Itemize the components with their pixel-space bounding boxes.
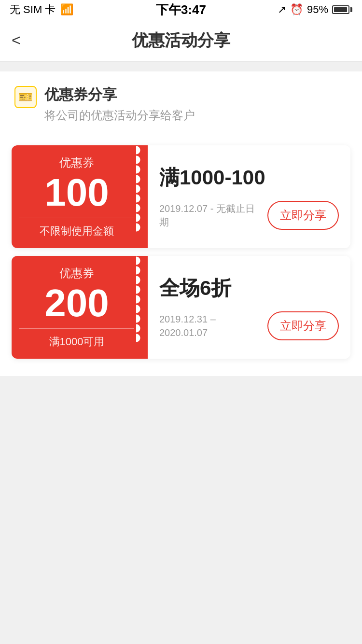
coupon-label-1: 优惠券 — [59, 155, 94, 170]
coupon-footer-2: 2019.12.31 – 2020.01.07 立即分享 — [159, 311, 339, 340]
status-left: 无 SIM 卡 📶 — [10, 2, 73, 17]
coupon-footer-1: 2019.12.07 - 无截止日期 立即分享 — [159, 201, 339, 230]
coupon-title-1: 满1000-100 — [159, 164, 339, 191]
coupon-divider-1 — [19, 218, 134, 218]
coupon-divider-2 — [19, 328, 134, 329]
battery-percent: 95% — [307, 3, 328, 16]
coupon-amount-2: 200 — [44, 284, 109, 322]
coupon-card-2: 优惠券 200 满1000可用 全场6折 2019.12.31 – 2020.0… — [12, 256, 350, 359]
coupon-left-1: 优惠券 100 不限制使用金额 — [12, 145, 142, 248]
alarm-icon: ⏰ — [290, 3, 303, 16]
wifi-icon: 📶 — [60, 3, 73, 16]
status-time: 下午3:47 — [156, 1, 206, 18]
carrier-label: 无 SIM 卡 — [10, 2, 56, 17]
coupon-right-1: 满1000-100 2019.12.07 - 无截止日期 立即分享 — [142, 145, 350, 248]
coupon-card-1: 优惠券 100 不限制使用金额 满1000-100 2019.12.07 - 无… — [12, 145, 350, 248]
coupon-title-2: 全场6折 — [159, 275, 339, 302]
coupons-area: 优惠券 100 不限制使用金额 满1000-100 2019.12.07 - 无… — [0, 133, 362, 376]
section-header: 🎫 优惠券分享 将公司的优惠活动分享给客户 — [0, 71, 362, 133]
battery-icon — [332, 5, 352, 14]
location-icon: ↗ — [278, 3, 286, 16]
share-button-2[interactable]: 立即分享 — [267, 311, 339, 340]
page-title: 优惠活动分享 — [132, 29, 230, 52]
top-divider — [0, 62, 362, 71]
nav-bar: < 优惠活动分享 — [0, 19, 362, 62]
coupon-right-2: 全场6折 2019.12.31 – 2020.01.07 立即分享 — [142, 256, 350, 359]
coupon-icon: 🎫 — [18, 90, 33, 104]
status-right: ↗ ⏰ 95% — [278, 3, 352, 16]
back-button[interactable]: < — [12, 31, 21, 49]
bottom-area — [0, 376, 362, 569]
coupon-condition-2: 满1000可用 — [49, 335, 105, 349]
section-subtitle: 将公司的优惠活动分享给客户 — [44, 108, 195, 123]
section-title: 优惠券分享 — [44, 85, 195, 105]
coupon-condition-1: 不限制使用金额 — [40, 224, 114, 238]
share-button-1[interactable]: 立即分享 — [267, 201, 339, 230]
coupon-left-2: 优惠券 200 满1000可用 — [12, 256, 142, 359]
coupon-date-2: 2019.12.31 – 2020.01.07 — [159, 312, 263, 339]
status-bar: 无 SIM 卡 📶 下午3:47 ↗ ⏰ 95% — [0, 0, 362, 19]
section-text: 优惠券分享 将公司的优惠活动分享给客户 — [44, 85, 195, 123]
coupon-date-1: 2019.12.07 - 无截止日期 — [159, 202, 263, 229]
coupon-amount-1: 100 — [44, 173, 109, 212]
section-icon: 🎫 — [14, 86, 37, 108]
coupon-label-2: 优惠券 — [59, 266, 94, 281]
